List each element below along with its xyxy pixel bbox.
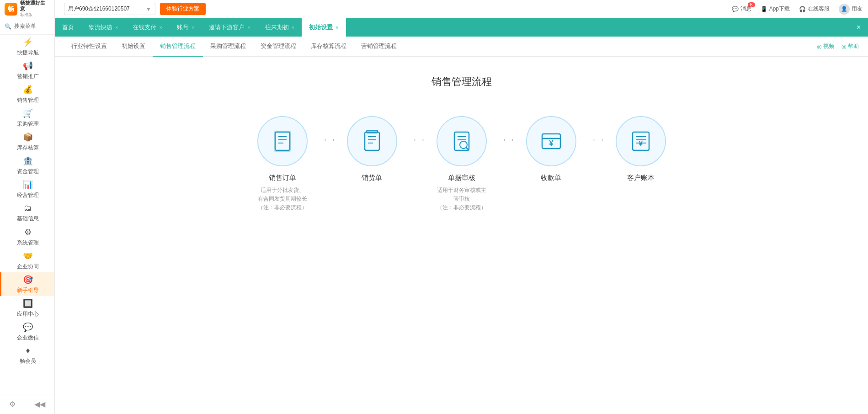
nav-tab-0[interactable]: 首页 [55,18,81,37]
circle-icon-1: ◎ [841,43,846,50]
service-label: 在线客服 [808,5,830,13]
sub-tab-1[interactable]: 初始设置 [114,37,153,57]
nav-tab-close-6[interactable]: × [335,25,338,30]
nav-tab-4[interactable]: 邀请下游客户× [202,18,257,37]
sidebar-item-qiye[interactable]: 🤝企业协同 [0,249,54,272]
sidebar-item-xinshou[interactable]: 🎯新手引导 [0,272,54,296]
nav-tab-label-2: 在线支付 [133,23,156,32]
flow-step-name-3: 收款单 [541,174,561,182]
nav-tab-1[interactable]: 物流快递× [81,18,125,37]
nav-tab-label-1: 物流快递 [89,23,112,32]
message-button[interactable]: 💬 消息 6 [732,5,751,13]
flow-arrow-4: →→ [588,134,604,145]
sidebar-label-xitong: 系统管理 [17,239,39,247]
headset-icon: 🎧 [799,6,806,12]
sidebar-item-yingxiao[interactable]: 📢营销推广 [0,58,54,82]
sidebar-label-jichu: 基础信息 [17,215,39,223]
nav-tab-close-5[interactable]: × [292,25,294,30]
svg-rect-5 [365,132,379,150]
nav-tab-3[interactable]: 账号× [170,18,202,37]
flow-step-3[interactable]: ¥ 收款单 [515,116,588,186]
sub-tab-0[interactable]: 行业特性设置 [64,37,114,57]
sub-tab-4[interactable]: 资金管理流程 [253,37,304,57]
flow-title: 销售管理流程 [82,75,841,89]
flow-step-2[interactable]: 单据审核适用于财务审核或主管审核（注：非必要流程） [425,116,498,212]
sidebar-icon-caigou: 🛒 [23,108,33,118]
flow-step-0[interactable]: 销售订单适用于分批发货、有合同发货周期较长（注：非必要流程） [246,116,319,212]
user-avatar[interactable]: 👤 用友 [839,4,863,15]
flow-step-desc-2: 适用于财务审核或主管审核（注：非必要流程） [437,186,486,212]
nav-tab-6[interactable]: 初始设置× [302,18,346,37]
flow-step-name-0: 销售订单 [269,174,296,182]
sidebar-label-weixin: 企业微信 [17,334,39,342]
flow-circle-4: ¥ [616,116,666,166]
sidebar-label-caigou: 采购管理 [17,120,39,128]
nav-tab-close-4[interactable]: × [247,25,250,30]
sidebar-item-kucun[interactable]: 📦库存核算 [0,130,54,154]
sidebar-item-huiyuan[interactable]: ♦畅会员 [0,344,54,367]
flow-arrow-1: →→ [319,134,335,145]
sub-tab-right-1[interactable]: ◎帮助 [841,42,859,50]
sidebar-icon-qiye: 🤝 [23,251,33,261]
flow-step-name-4: 客户账本 [627,174,655,182]
nav-tab-close-2[interactable]: × [159,25,162,30]
service-button[interactable]: 🎧 在线客服 [799,5,830,13]
sidebar-item-xitong[interactable]: ⚙系统管理 [0,225,54,249]
sub-tab-3[interactable]: 采购管理流程 [203,37,253,57]
nav-tab-label-5: 往来期初 [265,23,289,32]
message-badge: 6 [748,2,755,7]
sidebar-label-huiyuan: 畅会员 [20,357,36,365]
user-name: 用友 [852,5,863,13]
sidebar-item-zijin[interactable]: 🏦资金管理 [0,154,54,177]
sidebar-label-xiaoshou: 销售管理 [17,96,39,104]
nav-tabs: 首页物流快递×在线支付×账号×邀请下游客户×往来期初×初始设置×× [55,18,868,37]
sidebar-icon-yingyong: 🔲 [23,298,33,308]
sidebar-icon-huiyuan: ♦ [26,346,30,356]
sidebar-item-caigou[interactable]: 🛒采购管理 [0,106,54,130]
flow-circle-2 [437,116,487,166]
nav-tab-close-3[interactable]: × [192,25,194,30]
sub-tab-right-0[interactable]: ◎视频 [817,42,834,50]
sidebar-item-yingyong[interactable]: 🔲应用中心 [0,296,54,320]
sidebar-item-jingying[interactable]: 📊经营管理 [0,177,54,201]
avatar: 👤 [839,4,850,15]
sidebar-label-xinshou: 新手引导 [17,287,39,294]
flow-step-name-1: 销货单 [362,174,382,182]
sidebar: 畅 畅捷通好生意 标准版 🔍 搜索菜单 ⚡快捷导航📢营销推广💰销售管理🛒采购管理… [0,0,55,414]
sidebar-icon-kucun: 📦 [23,132,33,142]
sidebar-icon-zijin: 🏦 [23,156,33,166]
sub-tab-6[interactable]: 营销管理流程 [354,37,404,57]
sub-tabs-right: ◎视频◎帮助 [817,42,859,50]
search-menu[interactable]: 🔍 搜索菜单 [0,18,54,35]
flow-step-1[interactable]: 销货单 [335,116,409,186]
dropdown-caret: ▼ [146,6,151,12]
app-download-button[interactable]: 📱 App下载 [761,5,790,13]
sidebar-item-jichu[interactable]: 🗂基础信息 [0,201,54,225]
nav-tab-close-1[interactable]: × [115,25,118,30]
sub-tab-5[interactable]: 库存核算流程 [304,37,354,57]
nav-tab-5[interactable]: 往来期初× [258,18,302,37]
sidebar-label-jingying: 经营管理 [17,191,39,199]
sidebar-label-kucun: 库存核算 [17,144,39,152]
download-icon: 📱 [761,6,767,12]
message-icon: 💬 [732,6,739,12]
sidebar-label-kuaijie: 快捷导航 [17,49,39,57]
flow-arrow-3: →→ [498,134,515,145]
sidebar-item-kuaijie[interactable]: ⚡快捷导航 [0,35,54,58]
flow-step-desc-0: 适用于分批发货、有合同发货周期较长（注：非必要流程） [258,186,307,212]
trial-button[interactable]: 体验行业方案 [160,3,206,15]
collapse-icon[interactable]: ◀◀ [32,398,47,410]
flow-step-4[interactable]: ¥ 客户账本 [604,116,677,186]
app-download-label: App下载 [769,5,790,13]
sidebar-item-xiaoshou[interactable]: 💰销售管理 [0,82,54,106]
sub-tab-2[interactable]: 销售管理流程 [153,37,203,57]
nav-close-all[interactable]: × [849,23,868,32]
app-version: 标准版 [20,12,50,18]
user-selector[interactable]: 用户690企业1660120507 ▼ [64,3,155,15]
settings-icon[interactable]: ⚙ [7,398,17,410]
nav-tab-2[interactable]: 在线支付× [125,18,169,37]
sidebar-item-weixin[interactable]: 💬企业微信 [0,320,54,344]
search-icon: 🔍 [5,23,11,30]
app-name: 畅捷通好生意 [20,0,50,12]
sidebar-label-yingyong: 应用中心 [17,310,39,318]
